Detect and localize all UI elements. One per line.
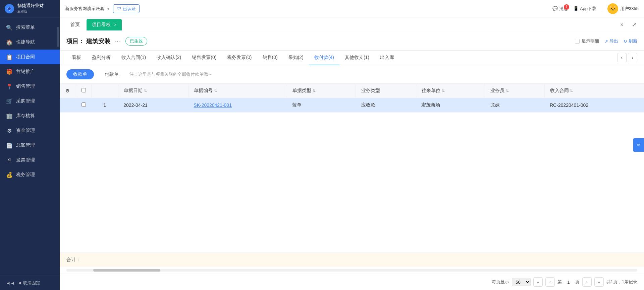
nav-icon-7: ⚙ xyxy=(6,127,13,134)
row-checkbox-0[interactable] xyxy=(82,102,86,107)
col-number[interactable]: 单据编号 ⇅ xyxy=(188,84,287,98)
sub-tab-0[interactable]: 看板 xyxy=(66,51,87,65)
nav-icon-0: 🔍 xyxy=(6,24,13,31)
sidebar-item-1[interactable]: 🏠 快捷导航 xyxy=(0,35,60,50)
nav-label-8: 总账管理 xyxy=(16,142,35,148)
table-row[interactable]: 1 2022-04-21 SK-20220421-001 蓝单 应收款 宏茂商场… xyxy=(60,98,644,113)
verified-label: 已认证 xyxy=(123,6,136,12)
nav-label-6: 库存核算 xyxy=(16,113,35,119)
pay-button[interactable]: 付款单 xyxy=(98,69,125,79)
prev-page-button[interactable]: ‹ xyxy=(545,277,555,287)
float-right-button[interactable]: ✏ xyxy=(633,138,644,152)
table-footer: 合计： xyxy=(60,252,644,267)
shield-icon: 🛡 xyxy=(117,6,121,11)
cell-salesperson-0: 龙妹 xyxy=(485,98,544,113)
show-detail-toggle[interactable]: 显示明细 xyxy=(575,38,599,44)
export-button[interactable]: ↗ 导出 xyxy=(604,38,618,44)
project-status-badge: 已生效 xyxy=(125,37,147,46)
sidebar-item-6[interactable]: 🏢 库存核算 xyxy=(0,108,60,123)
nav-icon-1: 🏠 xyxy=(6,39,13,46)
pin-icon: ◄◄ xyxy=(6,281,15,286)
sub-tab-2[interactable]: 收入合同(1) xyxy=(116,51,151,65)
sub-tab-8[interactable]: 收付款(4) xyxy=(309,51,339,65)
window-actions: × ⤢ xyxy=(617,20,639,29)
receipt-table: ⚙ 单据日期 ⇅ 单据编号 ⇅ 单据类型 ⇅ 业务类型 往来单位 ⇅ 业务员 ⇅ xyxy=(60,84,644,113)
first-page-button[interactable]: « xyxy=(533,277,543,287)
sidebar-item-2[interactable]: 📋 项目合同 xyxy=(0,50,60,64)
sub-tab-1[interactable]: 盈利分析 xyxy=(87,51,116,65)
sub-tab-next-button[interactable]: › xyxy=(628,53,637,62)
maximize-window-button[interactable]: ⤢ xyxy=(629,20,639,29)
sidebar-item-4[interactable]: 📍 销售管理 xyxy=(0,79,60,94)
sidebar-item-7[interactable]: ⚙ 资金管理 xyxy=(0,123,60,138)
nav-icon-2: 📋 xyxy=(6,54,13,60)
col-business-type: 业务类型 xyxy=(356,84,416,98)
sidebar-item-0[interactable]: 🔍 搜索菜单 xyxy=(0,20,60,35)
sidebar-item-3[interactable]: 🎁 营销推广 xyxy=(0,64,60,79)
sub-tab-9[interactable]: 其他收支(1) xyxy=(339,51,375,65)
nav-icon-10: 💰 xyxy=(6,171,13,178)
col-check xyxy=(76,84,91,98)
cell-check-0[interactable] xyxy=(76,98,91,113)
nav-icon-3: 🎁 xyxy=(6,68,13,75)
nav-label-4: 销售管理 xyxy=(16,83,35,89)
sub-tab-7[interactable]: 采购(2) xyxy=(283,51,309,65)
sidebar-item-8[interactable]: 📄 总账管理 xyxy=(0,138,60,153)
tab-home[interactable]: 首页 xyxy=(65,19,85,30)
col-income-contract[interactable]: 收入合同 ⇅ xyxy=(544,84,644,98)
sidebar-item-9[interactable]: 🖨 发票管理 xyxy=(0,153,60,167)
sidebar-unpin-button[interactable]: ◄◄ ◄ 取消固定 xyxy=(0,276,60,290)
sort-date-icon: ⇅ xyxy=(144,89,147,93)
sub-tab-6[interactable]: 销售(0) xyxy=(257,51,283,65)
sub-tab-prev-button[interactable]: ‹ xyxy=(617,53,627,62)
show-detail-checkbox[interactable] xyxy=(575,39,580,44)
current-page: 1 xyxy=(565,279,572,286)
sidebar-scrollbar[interactable] xyxy=(57,27,59,47)
nav-label-3: 营销推广 xyxy=(16,69,35,75)
project-more-button[interactable]: ··· xyxy=(114,38,121,45)
app-download-button[interactable]: 📱 App下载 xyxy=(573,6,596,12)
sub-tab-3[interactable]: 收入确认(2) xyxy=(151,51,186,65)
scrollbar-thumb[interactable] xyxy=(93,269,160,272)
receipt-button[interactable]: 收款单 xyxy=(66,69,94,79)
col-type[interactable]: 单据类型 ⇅ xyxy=(287,84,356,98)
nav-label-2: 项目合同 xyxy=(16,54,35,60)
select-all-checkbox[interactable] xyxy=(82,88,86,92)
app-name: 畅捷通好业财 xyxy=(17,3,44,9)
close-window-button[interactable]: × xyxy=(617,20,627,29)
table-wrapper: ⚙ 单据日期 ⇅ 单据编号 ⇅ 单据类型 ⇅ 业务类型 往来单位 ⇅ 业务员 ⇅ xyxy=(60,84,644,252)
divider xyxy=(602,5,602,12)
next-page-button[interactable]: › xyxy=(582,277,592,287)
sidebar-item-10[interactable]: 💰 税务管理 xyxy=(0,167,60,182)
cell-date-0: 2022-04-21 xyxy=(118,98,188,113)
col-partner[interactable]: 往来单位 ⇅ xyxy=(416,84,485,98)
col-date[interactable]: 单据日期 ⇅ xyxy=(118,84,188,98)
svg-point-1 xyxy=(8,7,11,10)
project-actions: 显示明细 ↗ 导出 ↻ 刷新 xyxy=(575,38,637,44)
sub-tab-4[interactable]: 销售发票(0) xyxy=(186,51,222,65)
sub-tab-10[interactable]: 出入库 xyxy=(375,51,399,65)
col-salesperson[interactable]: 业务员 ⇅ xyxy=(485,84,544,98)
sidebar-item-5[interactable]: 🛒 采购管理 xyxy=(0,94,60,108)
account-selector[interactable]: 新服务官网演示账套 ▼ xyxy=(65,6,110,12)
refresh-button[interactable]: ↻ 刷新 xyxy=(624,38,637,44)
sub-tabs: 看板盈利分析收入合同(1)收入确认(2)销售发票(0)税务发票(0)销售(0)采… xyxy=(60,51,644,65)
page-size-select[interactable]: 50 100 200 xyxy=(512,278,531,286)
nav-label-5: 采购管理 xyxy=(16,98,35,104)
horizontal-scrollbar[interactable] xyxy=(60,267,644,274)
tab-close-icon[interactable]: × xyxy=(114,22,116,27)
tab-project-board[interactable]: 项目看板 × xyxy=(87,19,122,30)
nav-icon-8: 📄 xyxy=(6,142,13,149)
nav-label-10: 税务管理 xyxy=(16,172,35,178)
unpin-label: ◄ 取消固定 xyxy=(17,280,40,286)
nav-icon-9: 🖨 xyxy=(6,157,13,163)
col-settings[interactable]: ⚙ xyxy=(60,84,76,98)
nav-icon-4: 📍 xyxy=(6,83,13,90)
cell-number-0[interactable]: SK-20220421-001 xyxy=(188,98,287,113)
total-label: 合计： xyxy=(66,257,80,262)
sub-tab-5[interactable]: 税务发票(0) xyxy=(222,51,257,65)
user-info[interactable]: 🐱 用户3355 xyxy=(607,3,639,14)
cell-index-0: 1 xyxy=(91,98,118,113)
message-button[interactable]: 💬 消息 1 xyxy=(552,6,568,12)
last-page-button[interactable]: » xyxy=(594,277,604,287)
